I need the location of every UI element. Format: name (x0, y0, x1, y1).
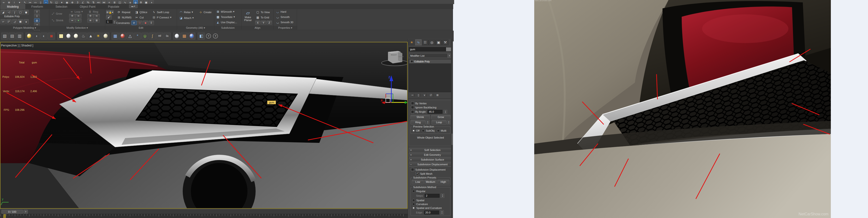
graphite-toggle-icon[interactable]: ◫ (118, 0, 122, 4)
select-by-name-icon[interactable]: ≔ (28, 0, 32, 4)
frame-indicator[interactable]: 0 / 100 (1, 210, 23, 214)
cone-icon[interactable]: ▲ (87, 33, 94, 40)
repeat-button[interactable]: ⟳Repeat (116, 10, 131, 14)
constraint-2-button[interactable]: ◆ (143, 21, 148, 25)
utilities-tab[interactable]: ⚒ (442, 39, 448, 45)
make-planar-button[interactable]: ▱ Make Planar (243, 10, 253, 22)
help-icon[interactable]: ? (205, 33, 212, 39)
hierarchy-tab[interactable]: ☷ (422, 39, 429, 45)
glow-material-icon[interactable] (72, 33, 80, 40)
grow-button[interactable]: ⤢Grow (50, 11, 63, 15)
layer-manager-icon[interactable]: ≣ (112, 0, 117, 4)
select-and-manipulate-icon[interactable]: ⊕ (70, 0, 74, 4)
track-bar[interactable] (0, 214, 408, 218)
pm-side-1-icon[interactable]: ⇩ (34, 14, 40, 18)
preview-multi-radio[interactable]: Multi (437, 129, 446, 132)
edit-spinner-field[interactable]: 1 (106, 20, 113, 24)
by-angle-checkbox[interactable]: By Angle: 45.0▴▾ (409, 109, 452, 114)
help-alt-icon[interactable]: ? (212, 33, 219, 39)
panel-title-edit[interactable]: Edit (105, 26, 177, 30)
loop-button-panel[interactable]: Loop (432, 120, 447, 124)
poly-tool-0-icon[interactable]: ▱ (0, 19, 6, 24)
subobject-mode-1-icon[interactable]: ◁ (6, 10, 11, 15)
panel-toggle-icon[interactable]: ◧ (198, 33, 205, 40)
snaps-toggle-icon[interactable]: 3 (75, 0, 80, 4)
shrink-button-panel[interactable]: Shrink (410, 115, 430, 119)
select-and-move-icon[interactable]: + (44, 0, 48, 4)
ignore-backfacing-checkbox[interactable]: Ignore Backfacing (409, 105, 452, 109)
ribbon-tab-freeform[interactable]: Freeform (25, 4, 50, 9)
time-slider[interactable]: 0 / 100 > (0, 209, 408, 214)
poly-tool-1-icon[interactable]: ◸ (6, 19, 11, 24)
constraint-0-button[interactable]: ⊘ (131, 21, 137, 25)
loop-tool-3-button[interactable]: ▾ (75, 19, 82, 23)
sphere-material-icon[interactable] (102, 33, 109, 40)
object-name-field[interactable]: gum (409, 47, 446, 51)
grass-icon[interactable]: ψ (142, 33, 148, 40)
render-production-icon[interactable]: ◑ (149, 0, 154, 4)
curve-editor-icon[interactable]: ∿ (123, 0, 127, 4)
steps-field[interactable]: 2 (425, 194, 439, 198)
p-connect-button[interactable]: ⊟P Connect ▾ (151, 15, 172, 20)
lock-grid-button[interactable]: ⊞🔒▾ (106, 10, 114, 14)
use-pivot-point-icon[interactable]: ◉ (65, 0, 69, 4)
viewcube-back-label[interactable]: BACK (399, 56, 404, 58)
window-crossing-icon[interactable]: ▯ (38, 0, 43, 4)
panel-title-subdivision[interactable]: Subdivision (214, 26, 242, 30)
preview-subobj-radio[interactable]: SubObj (422, 129, 434, 132)
method-regular-radio[interactable]: Regular (412, 189, 450, 193)
modifier-list-dropdown[interactable]: Modifier List∨ (409, 53, 452, 58)
red-camera-icon[interactable]: ◙ (48, 33, 55, 40)
edge-field[interactable]: 20.0 (424, 211, 439, 214)
panel-title-properties[interactable]: Properties ▾ (274, 26, 297, 30)
align-z-button[interactable]: Z (267, 21, 272, 25)
percent-snap-icon[interactable]: % (86, 0, 90, 4)
stack-item-editable-poly[interactable]: Editable Poly (409, 59, 452, 63)
select-and-scale-icon[interactable]: ◱ (54, 0, 59, 4)
hard-button[interactable]: ◡Hard (275, 9, 287, 14)
cut-button[interactable]: ✂Cut (134, 15, 144, 20)
hair-fur-icon[interactable]: HF (156, 33, 163, 40)
projector-icon[interactable]: ◐ (40, 33, 48, 40)
angle-snap-icon[interactable]: ∠ (81, 0, 85, 4)
panel-scrollbar[interactable] (451, 39, 453, 218)
grow-button-panel[interactable]: Grow (431, 115, 451, 119)
relax-button[interactable]: ◠Relax ▾ (178, 10, 194, 14)
panel-title-geometry[interactable]: Geometry (All) ▾ (177, 26, 214, 30)
sphere-white-icon[interactable] (173, 33, 180, 40)
preset-medium-button[interactable]: Medium (425, 180, 436, 184)
align-y-button[interactable]: Y (261, 21, 266, 25)
viewcube-right-label[interactable]: RIGHT (391, 54, 397, 56)
render-setup-icon[interactable]: ⚙ (138, 0, 143, 4)
poly-tool-4-icon[interactable]: ● (24, 19, 29, 24)
object-color-swatch[interactable] (446, 47, 452, 51)
loop-tool-1-button[interactable]: ≂ (75, 14, 82, 18)
selection-filter-dropdown[interactable]: ▾ (17, 0, 22, 4)
subdivision-displacement-checkbox[interactable]: Subdivision Displacement (409, 168, 452, 172)
pm-side-0-icon[interactable]: ⇧ (34, 10, 40, 14)
sun-icon[interactable]: ☀ (95, 33, 102, 40)
constraint-1-button[interactable]: ◇ (137, 21, 143, 25)
light-bulb-icon[interactable] (26, 33, 33, 40)
modify-tab[interactable]: ∿ (415, 39, 422, 45)
rollout-soft-selection[interactable]: +Soft Selection (409, 148, 452, 152)
preset-low-button[interactable]: Low (412, 180, 424, 184)
balloon-icon[interactable] (119, 33, 126, 40)
egg-material-icon[interactable] (65, 33, 72, 40)
select-object-icon[interactable]: ↖ (23, 0, 27, 4)
panel-title-modify-selection[interactable]: Modify Selection ▾ (50, 26, 105, 30)
rectangular-selection-region-icon[interactable]: ▭ (33, 0, 38, 4)
attach-button[interactable]: ◪Attach ▾ (178, 16, 194, 20)
subobject-mode-4-icon[interactable]: ◼ (24, 10, 29, 15)
method-spatial-radio[interactable]: Spatial (412, 198, 450, 202)
ring-label[interactable]: ≣Ring (87, 9, 99, 14)
by-vertex-checkbox[interactable]: By Vertex (409, 101, 452, 105)
method-spatial-and-curvature-radio[interactable]: Spatial and Curvature (412, 206, 450, 210)
rollout-subdivision-surface[interactable]: +Subdivision Surface (409, 157, 452, 162)
loop-tool-0-button[interactable]: ✛ (69, 14, 75, 18)
fur-icon[interactable]: ʃ (149, 33, 156, 40)
video-camera-icon[interactable]: ◖ (33, 33, 40, 40)
perspective-viewport[interactable]: [ Perspective ] [ Shaded ] Totalgum Poly… (0, 42, 408, 209)
material-editor-icon[interactable]: ◍ (133, 0, 138, 4)
ribbon-tab-modeling[interactable]: Modeling (0, 4, 25, 9)
